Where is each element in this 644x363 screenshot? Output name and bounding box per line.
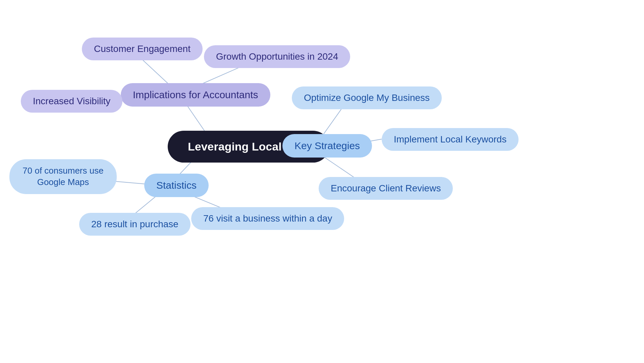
key-strategies-node: Key Strategies (282, 134, 372, 158)
purchase-node: 28 result in purchase (79, 213, 191, 236)
optimize-google-node: Optimize Google My Business (292, 86, 442, 109)
visit-business-node: 76 visit a business within a day (191, 207, 344, 230)
customer-engagement-node: Customer Engagement (82, 38, 203, 60)
google-maps-node: 70 of consumers use Google Maps (9, 159, 117, 194)
increased-visibility-node: Increased Visibility (21, 90, 122, 113)
implement-keywords-node: Implement Local Keywords (382, 128, 519, 151)
implications-node: Implications for Accountants (121, 83, 270, 107)
encourage-reviews-node: Encourage Client Reviews (319, 177, 453, 200)
growth-opportunities-node: Growth Opportunities in 2024 (204, 45, 350, 68)
statistics-node: Statistics (144, 174, 209, 197)
